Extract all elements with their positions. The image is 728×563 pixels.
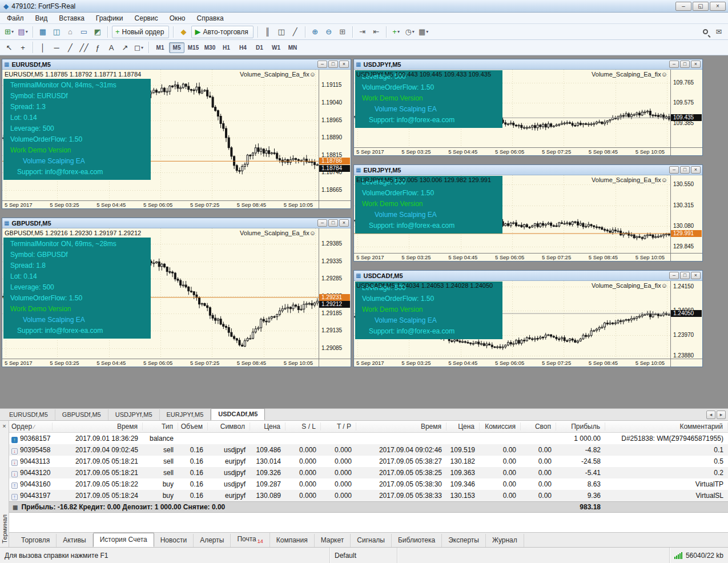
terminal-tab-signals[interactable]: Сигналы — [351, 534, 392, 547]
arrows-tool-icon[interactable]: ↗ — [119, 41, 131, 54]
window-restore-button[interactable]: ◱ — [693, 2, 709, 11]
column-header-2[interactable]: Тип — [143, 423, 178, 431]
chart-window-titlebar[interactable]: ▦ EURUSDf,M5 – □ × — [2, 59, 351, 70]
profiles-icon[interactable]: ▤▾ — [17, 26, 29, 38]
chart-close-button[interactable]: × — [339, 219, 349, 227]
column-header-6[interactable]: S / L — [285, 423, 321, 431]
fibonacci-icon[interactable]: ƒ — [91, 41, 104, 54]
chart-tab-usdjpyf-m5[interactable]: USDJPYf,M5 — [108, 409, 160, 420]
chart-window-usdcadf[interactable]: ▦ USDCADf,M5 – □ × USDCADf,M5 1.24034 1.… — [353, 270, 703, 367]
window-close-button[interactable]: × — [710, 2, 726, 11]
price-scale[interactable]: 109.765109.575109.385109.435 — [670, 70, 702, 147]
terminal-panel-icon[interactable]: ▭ — [78, 26, 90, 38]
chart-window-gbpusdf[interactable]: ▦ GBPUSDf,M5 – □ × GBPUSDf,M5 1.29216 1.… — [2, 218, 351, 367]
column-header-0[interactable]: Ордер∕ — [9, 423, 53, 431]
data-window-icon[interactable]: ◫ — [50, 26, 63, 38]
timeframe-m5-button[interactable]: M5 — [169, 42, 184, 53]
chart-window-titlebar[interactable]: ▦ GBPUSDf,M5 – □ × — [2, 218, 351, 228]
timeframe-h1-button[interactable]: H1 — [219, 42, 234, 53]
price-scale[interactable]: 1.191151.190401.189651.188901.188151.187… — [319, 70, 351, 200]
menu-window[interactable]: Окно — [164, 13, 191, 23]
chart-minimize-button[interactable]: – — [317, 219, 327, 227]
menu-file[interactable]: Файл — [1, 13, 30, 23]
line-chart-icon[interactable]: ╱ — [289, 26, 301, 38]
terminal-tab-assets[interactable]: Активы — [57, 534, 93, 547]
history-row[interactable]: ↓904431132017.09.05 05:18:21sell0.16eurj… — [9, 456, 728, 467]
indicators-icon[interactable]: +▾ — [390, 26, 403, 38]
metaeditor-icon[interactable]: ◆ — [177, 26, 190, 38]
column-header-7[interactable]: T / P — [321, 423, 356, 431]
dropdown-caret-icon[interactable]: ▾ — [26, 29, 28, 34]
autotrade-button[interactable]: ▶Авто-торговля — [191, 26, 253, 38]
history-row[interactable]: ↓903954582017.09.04 09:02:45sell0.16usdj… — [9, 444, 728, 456]
tabs-scroll-right-button[interactable]: ▸ — [717, 411, 726, 419]
chart-maximize-button[interactable]: □ — [328, 219, 338, 227]
chart-plot-area[interactable]: EURUSDf,M5 1.18785 1.18792 1.18771 1.187… — [2, 70, 319, 200]
column-header-1[interactable]: Время — [53, 423, 143, 431]
chart-maximize-button[interactable]: □ — [680, 166, 690, 174]
window-minimize-button[interactable]: – — [675, 2, 691, 11]
new-order-button[interactable]: +Новый ордер — [112, 26, 169, 38]
chart-window-eurjpyf[interactable]: ▦ EURJPYf,M5 – □ × EURJPYf,M5 130.005 13… — [353, 164, 703, 262]
auto-scroll-icon[interactable]: ⇥ — [356, 26, 369, 38]
chart-maximize-button[interactable]: □ — [680, 272, 690, 279]
timeframe-w1-button[interactable]: W1 — [268, 42, 284, 53]
vertical-line-icon[interactable]: │ — [37, 41, 49, 54]
chart-plot-area[interactable]: GBPUSDf,M5 1.29216 1.29230 1.29197 1.292… — [2, 228, 319, 359]
chart-plot-area[interactable]: USDCADf,M5 1.24034 1.24053 1.24028 1.240… — [354, 281, 670, 359]
chart-shift-icon[interactable]: ⇤ — [370, 26, 383, 38]
time-axis[interactable]: 5 Sep 20175 Sep 03:255 Sep 04:455 Sep 06… — [354, 359, 670, 367]
column-header-12[interactable]: Прибыль — [556, 423, 605, 431]
terminal-dock-label[interactable]: Терминал — [1, 512, 8, 547]
terminal-tab-alerts[interactable]: Алерты — [194, 534, 231, 547]
terminal-tab-mail[interactable]: Почта14 — [231, 533, 270, 547]
bar-chart-icon[interactable]: ║ — [262, 26, 274, 38]
window-titlebar[interactable]: ◆ 479102: FortFS-Real – ◱ × — [0, 0, 728, 13]
column-header-13[interactable]: Комментарий — [605, 423, 728, 431]
tile-windows-icon[interactable]: ⊞ — [336, 26, 349, 38]
time-axis[interactable]: 5 Sep 20175 Sep 03:255 Sep 04:455 Sep 06… — [354, 147, 670, 155]
chart-maximize-button[interactable]: □ — [328, 61, 338, 68]
text-tool-icon[interactable]: A — [105, 41, 118, 54]
chart-tab-usdcadf-m5[interactable]: USDCADf,M5 — [211, 408, 265, 420]
zoom-out-icon[interactable]: ⊖ — [323, 26, 335, 38]
periods-icon[interactable]: ◷▾ — [404, 26, 416, 38]
column-header-10[interactable]: Комиссия — [480, 423, 521, 431]
chart-minimize-button[interactable]: – — [317, 61, 327, 68]
menu-charts[interactable]: Графики — [90, 13, 129, 23]
chart-window-titlebar[interactable]: ▦ USDCADf,M5 – □ × — [354, 271, 702, 281]
chart-window-titlebar[interactable]: ▦ USDJPYf,M5 – □ × — [354, 59, 702, 70]
templates-icon[interactable]: ▦▾ — [417, 26, 430, 38]
strategy-tester-icon[interactable]: ◩ — [91, 26, 104, 38]
horizontal-line-icon[interactable]: ─ — [50, 41, 63, 54]
menu-service[interactable]: Сервис — [129, 13, 164, 23]
tabs-scroll-left-button[interactable]: ◂ — [706, 411, 715, 419]
time-axis[interactable]: 5 Sep 20175 Sep 03:255 Sep 04:455 Sep 06… — [2, 200, 319, 208]
chart-close-button[interactable]: × — [339, 61, 349, 68]
crosshair-icon[interactable]: + — [17, 41, 29, 54]
zoom-in-icon[interactable]: ⊕ — [309, 26, 321, 38]
channel-icon[interactable]: ╱╱ — [78, 41, 90, 54]
column-header-4[interactable]: Символ — [208, 423, 250, 431]
history-row[interactable]: ↑904431602017.09.05 05:18:22buy0.16usdjp… — [9, 478, 728, 490]
time-axis[interactable]: 5 Sep 20175 Sep 03:255 Sep 04:455 Sep 06… — [2, 359, 319, 367]
chart-window-eurusdf[interactable]: ▦ EURUSDf,M5 – □ × EURUSDf,M5 1.18785 1.… — [2, 59, 351, 209]
shapes-icon[interactable]: ◻▾ — [132, 41, 145, 54]
time-axis[interactable]: 5 Sep 20175 Sep 03:255 Sep 04:455 Sep 06… — [354, 253, 670, 261]
candlestick-chart-icon[interactable]: ◫ — [275, 26, 288, 38]
chart-window-usdjpyf[interactable]: ▦ USDJPYf,M5 – □ × USDJPYf,M5 109.443 10… — [353, 59, 703, 156]
column-header-9[interactable]: Цена — [447, 423, 480, 431]
column-header-11[interactable]: Своп — [521, 423, 556, 431]
dropdown-caret-icon[interactable]: ▾ — [141, 45, 143, 50]
timeframe-d1-button[interactable]: D1 — [252, 42, 267, 53]
column-header-3[interactable]: Объем — [178, 423, 208, 431]
menu-view[interactable]: Вид — [30, 13, 54, 23]
chart-close-button[interactable]: × — [691, 272, 701, 279]
timeframe-m30-button[interactable]: M30 — [202, 42, 218, 53]
menu-insert[interactable]: Вставка — [53, 13, 90, 23]
terminal-tab-trade[interactable]: Торговля — [15, 534, 57, 547]
dropdown-caret-icon[interactable]: ▾ — [397, 29, 400, 34]
terminal-tab-library[interactable]: Библиотека — [392, 534, 442, 547]
column-header-8[interactable]: Время — [356, 423, 447, 431]
chart-tab-eurusdf-m5[interactable]: EURUSDf,M5 — [2, 409, 55, 420]
